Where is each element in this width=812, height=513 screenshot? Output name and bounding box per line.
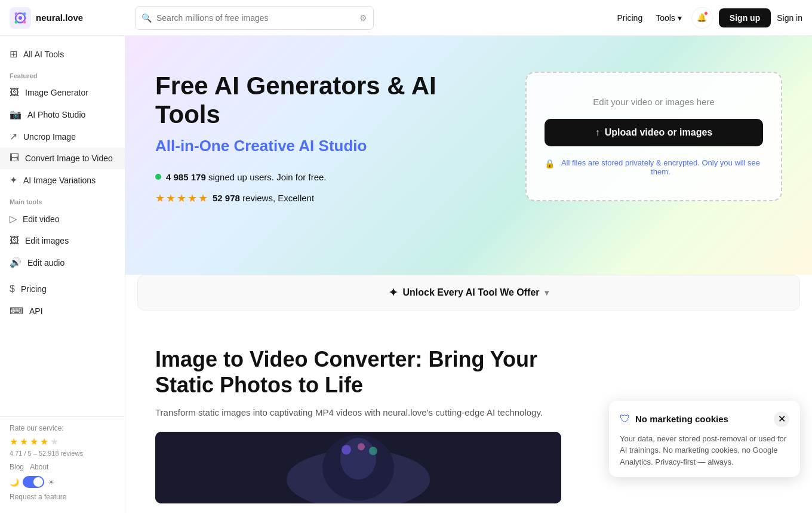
- nav-tools[interactable]: Tools ▾: [652, 13, 685, 23]
- review-star-4: ★: [187, 192, 197, 205]
- upload-button[interactable]: ↑ Upload video or images: [545, 119, 763, 146]
- theme-toggle[interactable]: 🌙 ☀: [10, 476, 115, 488]
- cookie-notice: 🛡 No marketing cookies ✕ Your data, neve…: [609, 401, 800, 478]
- sidebar-item-edit-video[interactable]: ▷ Edit video: [0, 208, 125, 230]
- review-text: 52 978 reviews, Excellent: [213, 193, 314, 203]
- blog-link[interactable]: Blog: [10, 463, 24, 471]
- review-star-2: ★: [166, 192, 176, 205]
- hero-subtitle: All-in-One Creative AI Studio: [155, 137, 502, 155]
- converter-preview-image: [155, 432, 561, 503]
- converter-image-inner: [155, 432, 561, 503]
- hero-users: 4 985 179 signed up users. Join for free…: [155, 172, 502, 182]
- photo-studio-icon: 📷: [10, 109, 21, 120]
- sidebar-all-tools-label: All AI Tools: [23, 50, 64, 59]
- svg-point-2: [19, 16, 22, 20]
- lock-icon: 🔒: [545, 159, 555, 168]
- hero-section: Free AI Generators & AI Tools All-in-One…: [125, 36, 812, 275]
- sidebar-item-uncrop[interactable]: ↗ Uncrop Image: [0, 125, 125, 148]
- sidebar-convert-label: Convert Image to Video: [25, 153, 113, 163]
- grid-icon: ⊞: [10, 48, 17, 60]
- upload-icon: ↑: [595, 127, 600, 138]
- review-count: 52 978: [213, 193, 240, 203]
- hero-reviews: ★ ★ ★ ★ ★ 52 978 reviews, Excellent: [155, 192, 502, 205]
- tools-label: Tools: [656, 13, 675, 23]
- pricing-icon: $: [10, 284, 15, 294]
- signin-button[interactable]: Sign in: [777, 13, 802, 23]
- unlock-banner[interactable]: ✦ Unlock Every AI Tool We Offer ▾: [137, 275, 800, 311]
- svg-point-4: [23, 12, 26, 15]
- logo[interactable]: neural.love: [10, 7, 135, 29]
- sidebar-item-edit-images[interactable]: 🖼 Edit images: [0, 230, 125, 251]
- hero-users-suffix: signed up users. Join for free.: [208, 172, 327, 182]
- sidebar-item-all-tools[interactable]: ⊞ All AI Tools: [0, 43, 125, 65]
- upload-card: Edit your video or images here ↑ Upload …: [525, 72, 782, 201]
- notification-button[interactable]: 🔔: [691, 7, 713, 29]
- search-input[interactable]: [156, 13, 355, 23]
- review-star-3: ★: [177, 192, 186, 205]
- sidebar-image-gen-label: Image Generator: [25, 88, 88, 97]
- svg-point-10: [340, 438, 376, 480]
- sidebar-edit-audio-label: Edit audio: [27, 258, 64, 268]
- toggle-thumb: [33, 477, 43, 487]
- edit-audio-icon: 🔊: [10, 257, 21, 268]
- signup-button[interactable]: Sign up: [719, 8, 771, 27]
- cookie-title: No marketing cookies: [635, 414, 728, 424]
- svg-point-12: [358, 443, 365, 450]
- hero-users-text: 4 985 179 signed up users. Join for free…: [166, 172, 327, 182]
- navbar: neural.love 🔍 ⚙ Pricing Tools ▾ 🔔 Sign u…: [0, 0, 812, 36]
- rate-label: Rate our service:: [10, 424, 115, 432]
- star-2: ★: [20, 436, 28, 447]
- sidebar-item-image-variations[interactable]: ✦ AI Image Variations: [0, 169, 125, 191]
- sidebar-featured-label: Featured: [0, 65, 125, 82]
- sidebar-item-edit-audio[interactable]: 🔊 Edit audio: [0, 251, 125, 274]
- star-4: ★: [40, 436, 48, 447]
- rating-text: 4.71 / 5 – 52,918 reviews: [10, 450, 115, 457]
- sidebar-pricing-label: Pricing: [21, 284, 47, 294]
- sidebar-item-photo-studio[interactable]: 📷 AI Photo Studio: [0, 103, 125, 125]
- uncrop-icon: ↗: [10, 131, 17, 142]
- toggle-track[interactable]: [23, 476, 44, 488]
- cookie-close-button[interactable]: ✕: [774, 411, 789, 427]
- review-star-5: ★: [198, 192, 208, 205]
- review-suffix: reviews, Excellent: [242, 193, 314, 203]
- star-5: ★: [50, 436, 59, 447]
- sidebar-edit-video-label: Edit video: [23, 214, 59, 224]
- unlock-label: Unlock Every AI Tool We Offer: [402, 287, 539, 298]
- svg-point-13: [369, 447, 377, 455]
- sidebar-item-pricing[interactable]: $ Pricing: [0, 278, 125, 300]
- about-link[interactable]: About: [30, 463, 48, 471]
- variations-icon: ✦: [10, 174, 17, 186]
- sidebar-links: Blog About: [10, 463, 115, 471]
- svg-point-6: [23, 20, 26, 23]
- sidebar-bottom: Rate our service: ★ ★ ★ ★ ★ 4.71 / 5 – 5…: [0, 416, 125, 506]
- sidebar-photo-studio-label: AI Photo Studio: [27, 110, 85, 119]
- sidebar-uncrop-label: Uncrop Image: [23, 132, 76, 142]
- moon-icon: 🌙: [10, 478, 19, 487]
- feature-request-link[interactable]: Request a feature: [10, 493, 115, 501]
- online-indicator: [155, 174, 161, 180]
- cookie-body: Your data, never stored post-removal or …: [620, 433, 789, 468]
- sidebar-main-tools-label: Main tools: [0, 191, 125, 208]
- logo-icon: [10, 7, 31, 29]
- preview-visual: [155, 432, 561, 503]
- svg-point-11: [342, 445, 351, 454]
- filter-icon[interactable]: ⚙: [359, 13, 367, 23]
- hero-users-count: 4 985 179: [166, 172, 206, 182]
- sidebar-item-convert-image-video[interactable]: 🎞 Convert Image to Video: [0, 148, 125, 169]
- review-stars: ★ ★ ★ ★ ★: [155, 192, 208, 205]
- sidebar-item-image-generator[interactable]: 🖼 Image Generator: [0, 82, 125, 103]
- nav-right: Pricing Tools ▾ 🔔 Sign up Sign in: [613, 7, 802, 29]
- unlock-sparkle-icon: ✦: [389, 286, 398, 299]
- sidebar-item-api[interactable]: ⌨ API: [0, 300, 125, 322]
- edit-images-icon: 🖼: [10, 235, 19, 246]
- image-gen-icon: 🖼: [10, 87, 19, 98]
- sidebar-variations-label: AI Image Variations: [23, 176, 96, 185]
- sidebar: ⊞ All AI Tools Featured 🖼 Image Generato…: [0, 36, 125, 513]
- search-bar: 🔍 ⚙: [135, 6, 374, 30]
- upload-hint: Edit your video or images here: [593, 97, 714, 107]
- nav-pricing[interactable]: Pricing: [613, 13, 646, 23]
- star-1: ★: [10, 436, 18, 447]
- hero-title: Free AI Generators & AI Tools: [155, 72, 502, 130]
- upload-button-label: Upload video or images: [605, 127, 712, 138]
- cookie-header: 🛡 No marketing cookies ✕: [620, 411, 789, 427]
